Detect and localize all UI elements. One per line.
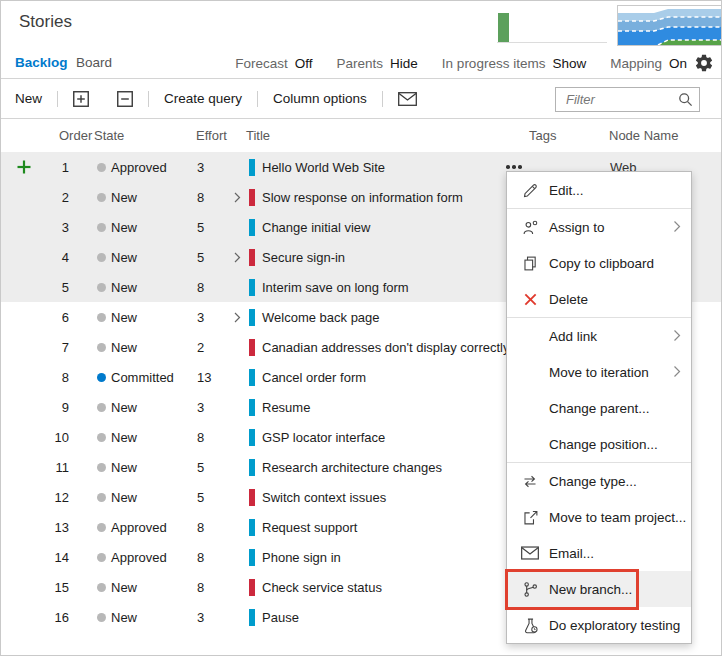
change-type-icon (520, 471, 540, 491)
cell-order: 9 (39, 392, 69, 422)
cell-title[interactable]: Welcome back page (262, 302, 380, 332)
cell-state: Approved (111, 512, 167, 542)
cell-title[interactable]: Request support (262, 512, 357, 542)
cell-title[interactable]: GSP locator interface (262, 422, 385, 452)
setting-forecast[interactable]: ForecastOff (235, 56, 312, 71)
cell-title[interactable]: Check service status (262, 572, 382, 602)
cell-effort: 2 (197, 332, 204, 362)
cell-title[interactable]: Resume (262, 392, 310, 422)
cell-order: 2 (39, 182, 69, 212)
column-header-tags[interactable]: Tags (529, 119, 556, 152)
menu-item-add-link[interactable]: Add link (507, 318, 691, 354)
cell-effort: 8 (197, 512, 204, 542)
column-header-order[interactable]: Order (59, 119, 92, 152)
work-item-type-bar (249, 369, 255, 386)
gear-icon[interactable] (694, 53, 714, 73)
menu-item-new-branch[interactable]: New branch... (507, 571, 691, 607)
cell-effort: 5 (197, 212, 204, 242)
search-icon[interactable] (678, 92, 693, 111)
cell-title[interactable]: Slow response on information form (262, 182, 463, 212)
delete-x-icon (520, 289, 540, 309)
menu-item-do-exploratory-testing[interactable]: Do exploratory testing (507, 607, 691, 643)
column-header-effort[interactable]: Effort (196, 119, 227, 152)
column-header-title[interactable]: Title (246, 119, 270, 152)
cell-title[interactable]: Research architecture changes (262, 452, 442, 482)
cell-order: 6 (39, 302, 69, 332)
expand-all-icon[interactable] (73, 91, 89, 107)
new-button[interactable]: New (15, 91, 42, 106)
cell-title[interactable]: Cancel order form (262, 362, 366, 392)
cell-title[interactable]: Interim save on long form (262, 272, 409, 302)
menu-item-change-position[interactable]: Change position... (507, 426, 691, 462)
submenu-chevron-icon (673, 220, 681, 236)
column-header-node-name[interactable]: Node Name (609, 119, 678, 152)
menu-item-move-to-team-project[interactable]: Move to team project... (507, 499, 691, 535)
add-item-button[interactable] (17, 152, 31, 182)
menu-item-assign-to[interactable]: Assign to (507, 209, 691, 245)
email-query-icon[interactable] (398, 92, 417, 106)
menu-item-change-type[interactable]: Change type... (507, 463, 691, 499)
expand-chevron-icon[interactable] (234, 302, 241, 332)
context-menu: Edit...Assign toCopy to clipboardDeleteA… (506, 171, 692, 644)
tab-board[interactable]: Board (76, 48, 112, 78)
cell-effort: 8 (197, 572, 204, 602)
velocity-bar (498, 13, 509, 42)
velocity-mini-chart[interactable] (483, 5, 609, 43)
collapse-all-icon[interactable] (117, 91, 133, 107)
cell-title[interactable]: Hello World Web Site (262, 152, 385, 182)
column-options-button[interactable]: Column options (273, 91, 367, 106)
work-item-type-bar (249, 339, 255, 356)
menu-item-move-to-iteration[interactable]: Move to iteration (507, 354, 691, 390)
filter-box (555, 87, 700, 112)
cell-title[interactable]: Switch context issues (262, 482, 386, 512)
expand-chevron-icon[interactable] (234, 242, 241, 272)
cell-order: 7 (39, 332, 69, 362)
filter-input[interactable] (564, 88, 673, 111)
state-dot-icon (97, 163, 106, 172)
grid-header: Order State Effort Title Tags Node Name (1, 119, 721, 152)
state-dot-icon (97, 493, 106, 502)
setting-in-progress-items[interactable]: In progress itemsShow (442, 56, 586, 71)
menu-item-copy-to-clipboard[interactable]: Copy to clipboard (507, 245, 691, 281)
blank-icon-space (520, 326, 540, 346)
tab-backlog[interactable]: Backlog (15, 48, 68, 78)
setting-mapping[interactable]: MappingOn (610, 56, 687, 71)
cell-title[interactable]: Canadian addresses don't display correct… (262, 332, 509, 362)
menu-item-change-parent[interactable]: Change parent... (507, 390, 691, 426)
work-item-type-bar (249, 219, 255, 236)
cell-title[interactable]: Change initial view (262, 212, 370, 242)
menu-item-edit[interactable]: Edit... (507, 172, 691, 208)
cell-order: 1 (39, 152, 69, 182)
cell-state: New (111, 572, 137, 602)
cell-order: 10 (39, 422, 69, 452)
work-item-type-bar (249, 309, 255, 326)
state-dot-icon (97, 463, 106, 472)
setting-parents[interactable]: ParentsHide (337, 56, 418, 71)
work-item-type-bar (249, 609, 255, 626)
state-dot-icon (97, 283, 106, 292)
cell-title[interactable]: Phone sign in (262, 542, 341, 572)
submenu-chevron-icon (673, 329, 681, 345)
state-dot-icon (97, 523, 106, 532)
cell-state: Approved (111, 542, 167, 572)
create-query-button[interactable]: Create query (164, 91, 242, 106)
pencil-icon (520, 180, 540, 200)
work-item-type-bar (249, 249, 255, 266)
toolbar-divider (382, 91, 383, 107)
cell-state: New (111, 452, 137, 482)
work-item-type-bar (249, 429, 255, 446)
cell-order: 16 (39, 602, 69, 632)
menu-item-email[interactable]: Email... (507, 535, 691, 571)
state-dot-icon (97, 373, 106, 382)
cell-order: 12 (39, 482, 69, 512)
view-settings: ForecastOffParentsHideIn progress itemsS… (235, 48, 687, 78)
beaker-icon (520, 615, 540, 635)
menu-item-delete[interactable]: Delete (507, 281, 691, 317)
cell-title[interactable]: Secure sign-in (262, 242, 345, 272)
expand-chevron-icon[interactable] (234, 182, 241, 212)
toolbar-divider (148, 91, 149, 107)
column-header-state[interactable]: State (94, 119, 124, 152)
cell-title[interactable]: Pause (262, 602, 299, 632)
state-dot-icon (97, 613, 106, 622)
cumulative-flow-mini-chart[interactable] (617, 5, 722, 46)
